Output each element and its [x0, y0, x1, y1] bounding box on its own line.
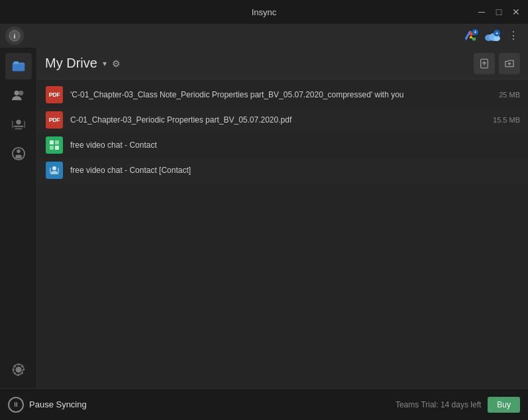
trial-label: Teams Trial: 14 days left	[396, 400, 481, 409]
buy-button[interactable]: Buy	[488, 397, 520, 413]
svg-rect-31	[50, 168, 51, 173]
app-title: Insync	[252, 7, 277, 17]
svg-point-13	[19, 91, 23, 95]
pdf-icon: PDF	[46, 111, 63, 129]
table-row[interactable]: free video chat - Contact [Contact]	[37, 158, 528, 183]
upload-file-icon	[479, 58, 490, 69]
svg-rect-15	[13, 126, 23, 127]
drive-settings-icon[interactable]: ⚙	[112, 58, 121, 69]
svg-point-14	[16, 120, 21, 125]
table-row[interactable]: free video chat - Contact	[37, 132, 528, 158]
top-toolbar: i + +	[0, 24, 528, 48]
close-button[interactable]: ✕	[509, 5, 523, 19]
content-area: My Drive ▾ ⚙	[37, 48, 528, 388]
file-name: free video chat - Contact [Contact]	[70, 166, 520, 175]
bottom-bar: ⏸ Pause Syncing Teams Trial: 14 days lef…	[0, 388, 528, 420]
file-icon	[45, 136, 64, 154]
svg-rect-10	[12, 64, 24, 71]
app-logo: i	[5, 26, 24, 45]
onedrive-button[interactable]: +	[483, 26, 502, 45]
upload-file-button[interactable]	[474, 53, 495, 74]
file-size: 15.5 MB	[493, 116, 520, 124]
pause-syncing-button[interactable]: ⏸ Pause Syncing	[8, 397, 87, 413]
file-icon: PDF	[45, 85, 64, 104]
svg-rect-16	[15, 129, 22, 130]
pause-circle-icon: ⏸	[8, 397, 24, 413]
table-row[interactable]: PDF'C-01_Chapter-03_Class Note_Periodic …	[37, 82, 528, 107]
drive-title-area: My Drive ▾ ⚙	[45, 56, 121, 71]
sidebar-item-my-drive[interactable]	[5, 53, 32, 79]
drive-title: My Drive	[45, 56, 97, 71]
trial-area: Teams Trial: 14 days left Buy	[394, 397, 520, 413]
contacts-icon	[46, 162, 63, 179]
svg-text:+: +	[496, 31, 498, 36]
more-button[interactable]: ⋮	[504, 26, 523, 45]
file-name: free video chat - Contact	[70, 140, 520, 150]
settings-sidebar-icon	[11, 362, 26, 377]
sidebar-item-activity[interactable]	[5, 140, 32, 167]
svg-rect-27	[55, 140, 59, 144]
sidebar-item-shared[interactable]	[5, 82, 32, 109]
minimize-button[interactable]: ─	[475, 5, 488, 19]
svg-point-12	[14, 91, 19, 95]
table-row[interactable]: PDFC-01_Chapter-03_Periodic Properties p…	[37, 107, 528, 132]
upload-folder-button[interactable]	[499, 53, 520, 74]
trial-text: Teams Trial: 14 days left	[394, 400, 482, 409]
file-list: PDF'C-01_Chapter-03_Class Note_Periodic …	[37, 79, 528, 388]
svg-rect-11	[13, 62, 18, 64]
sheets-icon	[46, 136, 63, 154]
upload-folder-icon	[504, 58, 515, 69]
pause-label: Pause Syncing	[29, 399, 87, 409]
svg-rect-28	[50, 146, 54, 150]
sidebar	[0, 48, 37, 388]
sidebar-item-settings[interactable]	[5, 356, 32, 383]
sidebar-bottom	[5, 356, 32, 383]
svg-rect-26	[50, 140, 54, 144]
content-header: My Drive ▾ ⚙	[37, 48, 528, 79]
file-size: 25 MB	[499, 91, 520, 99]
main-layout: My Drive ▾ ⚙	[0, 48, 528, 388]
window-controls: ─ □ ✕	[475, 5, 523, 19]
svg-rect-21	[15, 155, 21, 159]
sidebar-item-contacts[interactable]	[5, 111, 32, 138]
file-name: C-01_Chapter-03_Periodic Properties part…	[70, 115, 488, 125]
svg-text:i: i	[14, 33, 16, 40]
shared-sidebar-icon	[11, 88, 26, 103]
toolbar-right: + + ⋮	[462, 26, 523, 45]
onedrive-icon: +	[484, 30, 500, 42]
google-drive-button[interactable]: +	[462, 26, 480, 45]
maximize-button[interactable]: □	[492, 5, 505, 19]
pdf-icon: PDF	[46, 86, 63, 103]
svg-rect-32	[58, 168, 60, 173]
svg-point-30	[52, 166, 56, 170]
svg-point-20	[17, 150, 21, 154]
svg-text:+: +	[474, 30, 477, 34]
svg-point-6	[494, 36, 500, 41]
contacts-sidebar-icon	[11, 117, 26, 132]
activity-sidebar-icon	[11, 146, 26, 161]
insync-logo-icon: i	[9, 30, 21, 42]
toolbar-left: i	[5, 26, 24, 45]
google-drive-icon: +	[464, 28, 478, 43]
header-actions	[474, 53, 520, 74]
svg-rect-17	[11, 121, 13, 129]
svg-rect-18	[24, 121, 25, 129]
drive-sidebar-icon	[11, 59, 26, 74]
file-icon	[45, 161, 64, 180]
file-icon: PDF	[45, 111, 64, 129]
more-dots-icon: ⋮	[508, 30, 519, 41]
drive-dropdown-arrow[interactable]: ▾	[103, 59, 107, 68]
title-bar: Insync ─ □ ✕	[0, 0, 528, 24]
file-name: 'C-01_Chapter-03_Class Note_Periodic Pro…	[70, 90, 494, 99]
svg-rect-29	[55, 146, 59, 150]
pause-symbol: ⏸	[13, 401, 19, 408]
